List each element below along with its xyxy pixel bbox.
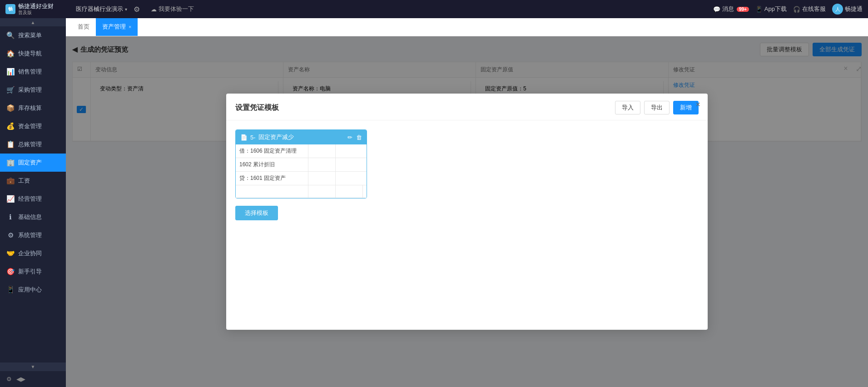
sidebar-item-label: 新手引导 [18, 268, 42, 276]
search-icon: 🔍 [6, 31, 15, 40]
content-area: 首页 资产管理 × ◀ 生成的凭证预览 批量调整模板 全部生成凭证 [66, 18, 868, 387]
tab-home[interactable]: 首页 [71, 18, 96, 36]
sidebar-item-inventory[interactable]: 📦 库存核算 [0, 99, 66, 117]
sidebar-item-label: 资金管理 [18, 122, 42, 130]
logo-main-text: 畅捷通好业财 [18, 3, 54, 10]
account-col-2: 贷：1601 固定资产 [236, 172, 308, 185]
template-card-actions: ✏ 🗑 [347, 134, 362, 141]
import-button[interactable]: 导入 [615, 101, 640, 114]
close-window-button[interactable]: × [841, 64, 851, 74]
user-name: 畅捷通 [845, 5, 863, 13]
experience-button[interactable]: ☁ 我要体验一下 [151, 5, 194, 13]
debit-col-1 [308, 158, 336, 171]
app-download-button[interactable]: 📱 App下载 [755, 5, 787, 13]
messages-badge: 99+ [737, 7, 749, 12]
logo-sub-text: 普及版 [18, 10, 54, 15]
sidebar-item-label: 固定资产 [18, 159, 42, 167]
template-card-body: 借：1606 固定资产清理 1602 累计折旧 [236, 144, 367, 198]
sidebar-item-basic-info[interactable]: ℹ 基础信息 [0, 208, 66, 226]
credit-col-0 [336, 144, 363, 158]
company-name: 医疗器械行业演示 [76, 5, 123, 13]
expand-window-button[interactable]: ⤢ [853, 64, 863, 74]
template-select-container: 选择模板 [235, 206, 699, 220]
online-service-button[interactable]: 🎧 在线客服 [793, 5, 826, 13]
template-card-header: 📄 5- 固定资产减少 ✏ 🗑 [236, 130, 367, 144]
page-content: ◀ 生成的凭证预览 批量调整模板 全部生成凭证 ☑ 变动信息 资产名称 固定资产… [66, 36, 868, 387]
company-selector[interactable]: 医疗器械行业演示 ▾ [76, 5, 127, 13]
operations-icon: 📈 [6, 195, 15, 203]
sidebar-item-quick-nav[interactable]: 🏠 快捷导航 [0, 45, 66, 63]
scroll-up-button[interactable]: ▲ [0, 18, 66, 26]
app-center-icon: 📱 [6, 286, 15, 294]
debit-col-2 [308, 172, 336, 185]
modal-header-actions: 导入 导出 新增 [615, 101, 699, 114]
chevron-down-icon: ▼ [31, 364, 35, 369]
export-button[interactable]: 导出 [644, 101, 670, 114]
home-icon: 🏠 [6, 50, 15, 58]
template-row: 借：1606 固定资产清理 [236, 144, 367, 158]
top-bar-right: 💬 消息 99+ 📱 App下载 🎧 在线客服 人 畅捷通 [713, 4, 863, 15]
user-avatar: 人 [832, 4, 843, 15]
experience-label: 我要体验一下 [159, 5, 194, 13]
app-logo: 畅 畅捷通好业财 普及版 [5, 3, 71, 15]
sidebar-bottom: ⚙ ◀▶ [0, 371, 66, 387]
credit-col-2 [336, 172, 363, 185]
select-template-button[interactable]: 选择模板 [235, 206, 278, 220]
fixed-assets-icon: 🏢 [6, 159, 15, 167]
modal-header: 设置凭证模板 导入 导出 新增 × [226, 94, 708, 120]
sidebar-item-ledger[interactable]: 📋 总账管理 [0, 135, 66, 154]
sidebar-scroll: 🔍 搜索菜单 🏠 快捷导航 📊 销售管理 🛒 采购管理 📦 库存核 [0, 26, 66, 362]
message-icon: 💬 [713, 6, 720, 13]
sidebar-item-sales[interactable]: 📊 销售管理 [0, 63, 66, 81]
enterprise-icon: 🤝 [6, 249, 15, 258]
sidebar-item-capital[interactable]: 💰 资金管理 [0, 117, 66, 135]
settings-icon[interactable]: ⚙ [134, 5, 140, 14]
sidebar-item-label: 搜索菜单 [18, 31, 42, 40]
system-icon: ⚙ [6, 231, 15, 239]
sidebar: ▲ 🔍 搜索菜单 🏠 快捷导航 📊 销售管理 🛒 采购管理 [0, 18, 66, 387]
sidebar-item-fixed-assets[interactable]: 🏢 固定资产 [0, 154, 66, 172]
sidebar-collapse-icon[interactable]: ◀▶ [16, 376, 25, 382]
sidebar-item-purchase[interactable]: 🛒 采购管理 [0, 81, 66, 99]
tab-asset-mgmt[interactable]: 资产管理 × [96, 18, 138, 36]
payroll-icon: 💼 [6, 177, 15, 185]
account-col-0: 借：1606 固定资产清理 [236, 144, 308, 158]
scroll-down-button[interactable]: ▼ [0, 362, 66, 371]
template-card: 📄 5- 固定资产减少 ✏ 🗑 [235, 129, 367, 198]
debit-col-0 [308, 144, 336, 158]
headset-icon: 🎧 [793, 6, 800, 13]
sidebar-item-label: 销售管理 [18, 68, 42, 76]
template-doc-icon: 📄 [240, 134, 248, 141]
info-icon: ℹ [6, 213, 15, 221]
chevron-down-icon: ▾ [125, 7, 127, 12]
sidebar-gear-icon[interactable]: ⚙ [6, 376, 12, 382]
modal-close-button[interactable]: × [695, 100, 700, 109]
main-area: ▲ 🔍 搜索菜单 🏠 快捷导航 📊 销售管理 🛒 采购管理 [0, 18, 868, 387]
sidebar-item-label: 库存核算 [18, 104, 42, 112]
messages-button[interactable]: 💬 消息 99+ [713, 5, 749, 13]
template-id: 5- [250, 134, 256, 141]
edit-template-icon[interactable]: ✏ [347, 134, 352, 141]
sidebar-item-enterprise[interactable]: 🤝 企业协同 [0, 244, 66, 263]
sidebar-item-operations[interactable]: 📈 经营管理 [0, 190, 66, 208]
sidebar-item-label: 应用中心 [18, 286, 42, 294]
sidebar-item-search[interactable]: 🔍 搜索菜单 [0, 26, 66, 45]
window-controls: × ⤢ [841, 64, 863, 74]
sidebar-item-label: 采购管理 [18, 86, 42, 94]
sidebar-item-payroll[interactable]: 💼 工资 [0, 172, 66, 190]
delete-template-icon[interactable]: 🗑 [356, 134, 362, 141]
tab-close-icon[interactable]: × [129, 24, 131, 30]
new-template-button[interactable]: 新增 [673, 101, 699, 114]
download-icon: 📱 [755, 6, 763, 13]
sidebar-item-app-center[interactable]: 📱 应用中心 [0, 281, 66, 299]
user-profile[interactable]: 人 畅捷通 [832, 4, 863, 15]
sidebar-item-guide[interactable]: 🎯 新手引导 [0, 263, 66, 281]
sales-icon: 📊 [6, 68, 15, 76]
sidebar-item-label: 基础信息 [18, 213, 42, 221]
cloud-icon: ☁ [151, 6, 157, 13]
sidebar-item-system[interactable]: ⚙ 系统管理 [0, 226, 66, 244]
credit-col-1 [336, 158, 363, 171]
template-row-empty [236, 185, 367, 198]
modal-dialog: 设置凭证模板 导入 导出 新增 × [226, 94, 708, 330]
chevron-up-icon: ▲ [31, 20, 35, 25]
